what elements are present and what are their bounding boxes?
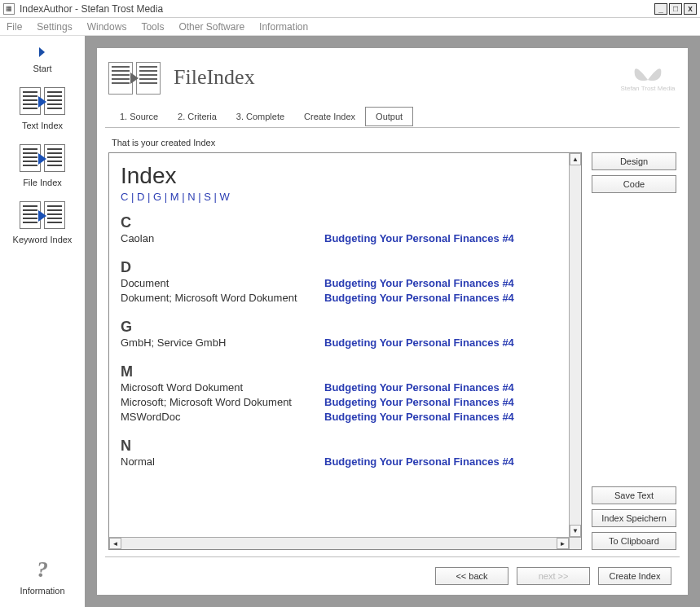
scroll-corner <box>569 537 581 549</box>
right-button-column: Design Code Save Text Index Speichern To… <box>592 152 676 550</box>
index-row: Dokument; Microsoft Word DokumentBudgeti… <box>121 291 570 306</box>
index-reference-link[interactable]: Budgeting Your Personal Finances #4 <box>324 276 570 291</box>
wizard-footer: << back next >> Create Index <box>105 556 680 588</box>
next-button: next >> <box>517 567 590 585</box>
index-row: MSWordDocBudgeting Your Personal Finance… <box>121 410 570 424</box>
index-reference-link[interactable]: Budgeting Your Personal Finances #4 <box>324 395 570 410</box>
sidebar-item-label: Text Index <box>22 121 63 130</box>
index-letter-link[interactable]: S <box>204 191 211 203</box>
index-section: DDocumentBudgeting Your Personal Finance… <box>121 259 570 306</box>
index-letter-link[interactable]: C <box>121 191 128 203</box>
index-preview-frame: IndexC | D | G | M | N | S | WCCaolanBud… <box>108 152 582 550</box>
code-button[interactable]: Code <box>592 175 676 193</box>
brand-text: Stefan Trost Media <box>620 85 675 92</box>
scroll-down-button[interactable]: ▼ <box>570 525 581 537</box>
index-title: Index <box>121 163 570 189</box>
index-term: MSWordDoc <box>121 410 324 424</box>
index-section: GGmbH; Service GmbHBudgeting Your Person… <box>121 319 570 350</box>
sidebar-item-start[interactable]: Start <box>33 44 51 73</box>
window-title: IndexAuthor - Stefan Trost Media <box>20 3 653 15</box>
window-controls: _ □ x <box>653 3 697 15</box>
menu-tools[interactable]: Tools <box>141 21 164 33</box>
menu-other-software[interactable]: Other Software <box>178 21 244 33</box>
scroll-up-button[interactable]: ▲ <box>570 153 581 165</box>
index-reference-link[interactable]: Budgeting Your Personal Finances #4 <box>324 410 570 424</box>
horizontal-scrollbar[interactable]: ◄ ► <box>109 537 569 549</box>
index-row: DocumentBudgeting Your Personal Finances… <box>121 276 570 291</box>
index-preview: IndexC | D | G | M | N | S | WCCaolanBud… <box>109 153 581 537</box>
tab-source[interactable]: 1. Source <box>110 107 168 126</box>
sidebar-item-text-index[interactable]: Text Index <box>20 85 65 130</box>
sidebar-item-file-index[interactable]: File Index <box>20 142 65 187</box>
minimize-button[interactable]: _ <box>654 3 667 15</box>
create-index-button[interactable]: Create Index <box>598 567 671 585</box>
sidebar-item-information[interactable]: ? Information <box>20 556 64 596</box>
index-term: Normal <box>121 455 324 469</box>
butterfly-icon <box>632 64 664 85</box>
scroll-left-button[interactable]: ◄ <box>109 538 121 549</box>
index-row: Microsoft Word DokumentBudgeting Your Pe… <box>121 380 570 395</box>
titlebar: ▦ IndexAuthor - Stefan Trost Media _ □ x <box>0 0 700 18</box>
index-term: GmbH; Service GmbH <box>121 336 324 350</box>
menu-settings[interactable]: Settings <box>37 21 72 33</box>
workspace: Start Text Index File Index Keyword Inde… <box>0 36 700 607</box>
tab-create-index[interactable]: Create Index <box>294 107 365 126</box>
caption-text: That is your created Index <box>105 128 680 152</box>
back-button[interactable]: << back <box>435 567 508 585</box>
question-icon: ? <box>37 556 48 583</box>
tab-complete[interactable]: 3. Complete <box>227 107 294 126</box>
design-button[interactable]: Design <box>592 152 676 170</box>
main-panel: FileIndex Stefan Trost Media 1. Source 2… <box>96 47 689 596</box>
sidebar-item-label: Information <box>20 586 64 596</box>
scroll-track[interactable] <box>121 538 557 549</box>
index-term: Document <box>121 276 324 291</box>
index-reference-link[interactable]: Budgeting Your Personal Finances #4 <box>324 231 570 246</box>
index-term: Microsoft; Microsoft Word Dokument <box>121 395 324 410</box>
menubar: File Settings Windows Tools Other Softwa… <box>0 18 700 36</box>
index-letter-link[interactable]: N <box>187 191 195 203</box>
menu-windows[interactable]: Windows <box>87 21 127 33</box>
index-letter-link[interactable]: G <box>153 191 161 203</box>
page-title: FileIndex <box>174 65 255 90</box>
close-button[interactable]: x <box>684 3 697 15</box>
maximize-button[interactable]: □ <box>669 3 682 15</box>
scroll-track[interactable] <box>570 165 581 525</box>
menu-information[interactable]: Information <box>259 21 308 33</box>
index-row: Microsoft; Microsoft Word DokumentBudget… <box>121 395 570 410</box>
index-section: MMicrosoft Word DokumentBudgeting Your P… <box>121 363 570 424</box>
tab-output[interactable]: Output <box>365 107 413 126</box>
index-section-letter: G <box>121 319 570 336</box>
documents-icon <box>20 199 65 231</box>
vertical-scrollbar[interactable]: ▲ ▼ <box>569 153 581 537</box>
content-area: FileIndex Stefan Trost Media 1. Source 2… <box>85 36 700 607</box>
scroll-right-button[interactable]: ► <box>557 538 569 549</box>
sidebar-item-label: Keyword Index <box>13 235 73 244</box>
index-row: NormalBudgeting Your Personal Finances #… <box>121 455 570 469</box>
index-term: Dokument; Microsoft Word Dokument <box>121 291 324 306</box>
index-letter-link[interactable]: M <box>170 191 179 203</box>
sidebar: Start Text Index File Index Keyword Inde… <box>0 36 85 607</box>
sidebar-item-label: Start <box>33 64 51 73</box>
index-reference-link[interactable]: Budgeting Your Personal Finances #4 <box>324 291 570 306</box>
index-section-letter: M <box>121 363 570 380</box>
index-letter-link[interactable]: D <box>137 191 144 203</box>
index-section: NNormalBudgeting Your Personal Finances … <box>121 438 570 469</box>
play-icon <box>39 47 45 57</box>
index-reference-link[interactable]: Budgeting Your Personal Finances #4 <box>324 455 570 469</box>
menu-file[interactable]: File <box>7 21 22 33</box>
index-term: Microsoft Word Dokument <box>121 380 324 395</box>
panel-header: FileIndex Stefan Trost Media <box>105 55 680 105</box>
index-speichern-button[interactable]: Index Speichern <box>592 509 676 527</box>
to-clipboard-button[interactable]: To Clipboard <box>592 532 676 550</box>
index-term: Caolan <box>121 231 324 246</box>
sidebar-item-keyword-index[interactable]: Keyword Index <box>13 199 73 244</box>
main-row: IndexC | D | G | M | N | S | WCCaolanBud… <box>105 152 680 550</box>
index-reference-link[interactable]: Budgeting Your Personal Finances #4 <box>324 336 570 350</box>
index-reference-link[interactable]: Budgeting Your Personal Finances #4 <box>324 380 570 395</box>
index-section-letter: C <box>121 214 570 231</box>
index-section-letter: N <box>121 438 570 455</box>
index-letter-link[interactable]: W <box>219 191 229 203</box>
tab-criteria[interactable]: 2. Criteria <box>168 107 227 126</box>
index-section-letter: D <box>121 259 570 276</box>
save-text-button[interactable]: Save Text <box>592 486 676 504</box>
